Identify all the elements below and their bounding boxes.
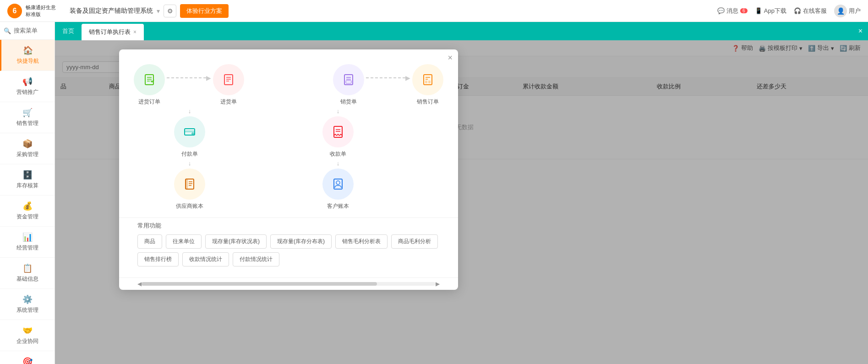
cf-btn-sales-margin[interactable]: 销售毛利分析表 xyxy=(335,234,388,249)
message-icon: 💬 xyxy=(717,7,725,14)
purchase-order-label: 进货订单 xyxy=(138,98,160,106)
sidebar-item-enterprise[interactable]: 🤝 企业协同 xyxy=(0,320,55,351)
modal-scrollbar: ◀ ▶ xyxy=(119,277,458,290)
svg-rect-18 xyxy=(185,130,195,132)
cf-btn-inventory-status[interactable]: 现存量(库存状况表) xyxy=(205,234,267,249)
sidebar-item-basic-info[interactable]: 📋 基础信息 xyxy=(0,258,55,289)
header-right: 💬 消息 6 📱 App下载 🎧 在线客服 👤 用户 xyxy=(717,5,861,17)
top-header: 6 畅康通好生意 标准版 装备及固定资产辅助管理系统 ▾ ⚙ 体验行业方案 💬 … xyxy=(0,0,868,22)
avatar: 👤 xyxy=(834,5,847,17)
settings-button[interactable]: ⚙ xyxy=(164,5,176,17)
scroll-thumb xyxy=(142,282,377,286)
down-arrows-row2: ↓ ↓ xyxy=(119,158,458,167)
system-title-area: 装备及固定资产辅助管理系统 ▾ ⚙ 体验行业方案 xyxy=(62,4,717,18)
logo-icon: 6 xyxy=(7,4,22,18)
cf-btn-sales-ranking[interactable]: 销售排行榜 xyxy=(137,252,179,266)
scroll-right-arrow[interactable]: ▶ xyxy=(436,281,440,287)
node-payment[interactable]: 付款单 xyxy=(174,116,205,158)
scroll-left-arrow[interactable]: ◀ xyxy=(137,281,142,287)
online-service-button[interactable]: 🎧 在线客服 xyxy=(794,7,827,15)
sidebar-item-operation[interactable]: 📊 经营管理 xyxy=(0,227,55,258)
sidebar-item-purchase[interactable]: 📦 采购管理 xyxy=(0,133,55,164)
down-arrows-row: ↓ ↓ xyxy=(119,106,458,114)
cf-btn-product[interactable]: 商品 xyxy=(137,234,162,249)
receipt-icon xyxy=(322,116,354,147)
logo-area: 6 畅康通好生意 标准版 xyxy=(7,4,62,18)
sidebar-item-newbie[interactable]: 🎯 新手引导 xyxy=(0,351,55,364)
modal-close-button[interactable]: × xyxy=(448,53,453,63)
purchase-label: 进货单 xyxy=(220,98,237,106)
sidebar-item-marketing[interactable]: 📢 营销推广 xyxy=(0,71,55,102)
app-download-button[interactable]: 📱 App下载 xyxy=(755,7,786,15)
sales-order-icon xyxy=(412,64,443,95)
experience-button[interactable]: 体验行业方案 xyxy=(180,4,229,18)
system-icon: ⚙️ xyxy=(22,294,33,304)
message-button[interactable]: 💬 消息 6 xyxy=(717,7,748,15)
search-icon: 🔍 xyxy=(4,27,11,34)
purchase-icon xyxy=(213,64,244,95)
flow-row-2: 付款单 xyxy=(119,114,458,158)
cf-btn-inventory-dist[interactable]: 现存量(库存分布表) xyxy=(270,234,332,249)
svg-point-29 xyxy=(336,181,340,185)
sidebar-item-finance[interactable]: 💰 资金管理 xyxy=(0,196,55,227)
logo-text: 畅康通好生意 标准版 xyxy=(26,4,56,17)
tab-sales-order-exec[interactable]: 销售订单执行表 × xyxy=(82,24,144,40)
flow-row-1: 进货订单 ▶ xyxy=(119,49,458,106)
node-purchase-order[interactable]: 进货订单 xyxy=(134,64,165,106)
svg-rect-15 xyxy=(425,81,427,83)
sidebar-item-system[interactable]: ⚙️ 系统管理 xyxy=(0,289,55,320)
close-window-button[interactable]: × xyxy=(853,27,868,35)
dropdown-icon[interactable]: ▾ xyxy=(157,7,160,15)
message-badge: 6 xyxy=(740,8,748,13)
operation-icon: 📊 xyxy=(22,232,33,242)
node-sales-order[interactable]: 销售订单 xyxy=(412,64,443,106)
app-download-icon: 📱 xyxy=(755,7,762,14)
svg-rect-16 xyxy=(428,81,431,83)
svg-rect-0 xyxy=(145,75,153,85)
supplier-ledger-label: 供应商账本 xyxy=(176,202,203,210)
node-sales-bill[interactable]: 销货单 xyxy=(333,64,364,106)
sales-order-label: 销售订单 xyxy=(417,98,439,106)
arrow-2: ▶ xyxy=(366,64,410,81)
node-purchase[interactable]: 进货单 xyxy=(213,64,244,106)
cf-btn-payment-stats[interactable]: 付款情况统计 xyxy=(233,252,279,266)
node-customer-ledger[interactable]: 客户账本 xyxy=(322,168,354,210)
sidebar-item-sales[interactable]: 🛒 销售管理 xyxy=(0,102,55,133)
cf-btn-counterparty[interactable]: 往来单位 xyxy=(166,234,202,249)
cf-buttons-row2: 销售排行榜 收款情况统计 付款情况统计 xyxy=(137,252,440,266)
cf-btn-receipt-stats[interactable]: 收款情况统计 xyxy=(182,252,229,266)
tab-home[interactable]: 首页 xyxy=(55,22,82,40)
customer-ledger-label: 客户账本 xyxy=(327,202,349,210)
receipt-label: 收款单 xyxy=(330,150,346,158)
modal-box: × xyxy=(119,49,458,290)
common-functions-area: 常用功能 商品 往来单位 现存量(库存状况表) 现存量(库存分布表) 销售毛利分… xyxy=(119,218,458,277)
scroll-track[interactable] xyxy=(142,282,436,286)
svg-rect-12 xyxy=(424,75,432,85)
marketing-icon: 📢 xyxy=(22,76,33,87)
user-area[interactable]: 👤 用户 xyxy=(834,5,861,17)
node-receipt[interactable]: 收款单 xyxy=(322,116,354,158)
svg-rect-4 xyxy=(224,75,233,85)
tab-close-icon[interactable]: × xyxy=(133,29,136,35)
basic-info-icon: 📋 xyxy=(22,263,33,273)
modal-overlay: × xyxy=(55,40,868,364)
sidebar-item-inventory[interactable]: 🗄️ 库存核算 xyxy=(0,164,55,196)
arrow-1: ▶ xyxy=(167,64,211,81)
search-menu-item[interactable]: 🔍 搜索菜单 xyxy=(0,22,55,40)
service-icon: 🎧 xyxy=(794,7,801,14)
main-content: 首页 销售订单执行表 × × ❓ 帮助 🖨️ 按模板打印 ▾ ⬆️ 导出 ▾ xyxy=(55,22,868,364)
page-area: ❓ 帮助 🖨️ 按模板打印 ▾ ⬆️ 导出 ▾ 🔄 刷新 📅 单 xyxy=(55,40,868,364)
flow-row-3: 供应商账本 xyxy=(119,167,458,217)
cf-btn-product-margin[interactable]: 商品毛利分析 xyxy=(391,234,438,249)
supplier-ledger-icon xyxy=(174,168,205,200)
purchase-order-icon xyxy=(134,64,165,95)
svg-rect-11 xyxy=(346,81,351,83)
svg-rect-24 xyxy=(186,179,188,189)
node-supplier-ledger[interactable]: 供应商账本 xyxy=(174,168,205,210)
sidebar-item-quick-nav[interactable]: 🏠 快捷导航 xyxy=(0,40,55,71)
tab-bar: 首页 销售订单执行表 × × xyxy=(55,22,868,40)
customer-ledger-icon xyxy=(322,168,354,200)
purchase-icon: 📦 xyxy=(22,139,33,149)
finance-icon: 💰 xyxy=(22,201,33,211)
inventory-icon: 🗄️ xyxy=(22,170,33,180)
